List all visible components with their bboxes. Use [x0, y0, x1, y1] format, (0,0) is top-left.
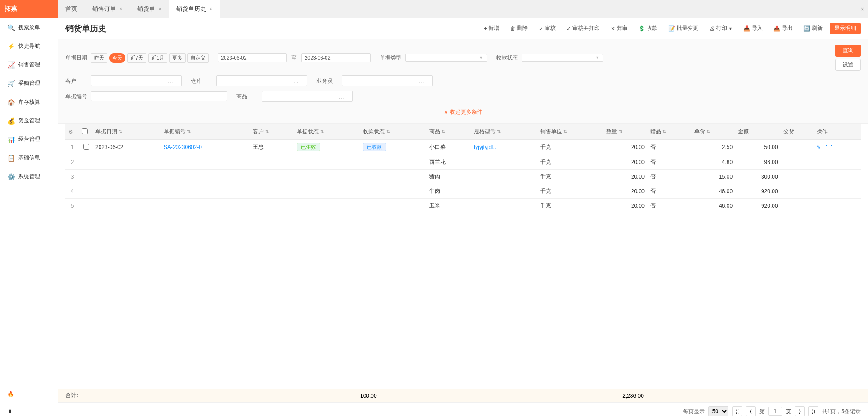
row-doc-no[interactable]: SA-20230602-0: [161, 140, 250, 155]
customer-input[interactable]: [95, 78, 168, 84]
sidebar-item-ops-mgmt[interactable]: 📊 经营管理: [0, 130, 58, 149]
sort-docstatus-icon: ⇅: [320, 129, 324, 134]
last-page-btn[interactable]: ⟩⟩: [808, 406, 818, 416]
warehouse-dots-btn[interactable]: ...: [293, 77, 299, 85]
sidebar-bottom-pause[interactable]: ⏸: [0, 403, 58, 420]
new-button[interactable]: + 新增: [480, 23, 503, 34]
sidebar-item-quick-nav[interactable]: ⚡ 快捷导航: [0, 37, 58, 55]
customer-dots-btn[interactable]: ...: [168, 77, 173, 85]
row-checkbox[interactable]: [83, 144, 89, 150]
next-page-btn[interactable]: ⟩: [795, 406, 805, 416]
salesperson-dots-btn[interactable]: ...: [419, 77, 424, 85]
row-doc-status: [294, 199, 361, 213]
col-gear[interactable]: ⚙: [65, 124, 79, 140]
table-row: 2西兰花千克20.00否4.8096.00: [65, 155, 861, 170]
col-doc-no-label: 单据编号: [164, 128, 186, 135]
col-date[interactable]: 单据日期 ⇅: [93, 124, 161, 140]
row-qty: 20.00: [603, 140, 647, 155]
tab-sales-history-close[interactable]: ×: [210, 6, 212, 11]
set-button[interactable]: 设置: [835, 59, 861, 71]
row-doc-no[interactable]: [161, 155, 250, 170]
row-amount: 96.00: [735, 155, 780, 170]
row-checkbox-cell: [79, 184, 93, 199]
row-doc-no[interactable]: [161, 184, 250, 199]
col-customer-label: 客户: [253, 128, 264, 135]
tab-sales-history[interactable]: 销货单历史 ×: [169, 0, 220, 19]
batch-change-button[interactable]: 📝 批量变更: [665, 23, 702, 34]
first-page-btn[interactable]: ⟨⟨: [732, 406, 742, 416]
export-button[interactable]: 📤 导出: [770, 23, 796, 34]
row-goods: 猪肉: [426, 170, 471, 184]
sort-paymentstatus-icon: ⇅: [386, 129, 390, 134]
tab-sales-order[interactable]: 销售订单 ×: [85, 0, 130, 18]
shortcut-1month[interactable]: 近1月: [148, 53, 167, 63]
col-unit[interactable]: 销售单位 ⇅: [537, 124, 604, 140]
goods-input[interactable]: [266, 93, 339, 100]
sidebar-bottom-fire[interactable]: 🔥: [0, 385, 58, 403]
shortcut-7days[interactable]: 近7天: [127, 53, 146, 63]
col-qty-label: 数量: [606, 128, 617, 135]
col-payment-status[interactable]: 收款状态 ⇅: [360, 124, 426, 140]
date-filter-label: 单据日期: [65, 54, 88, 62]
sidebar-item-inventory[interactable]: 🏠 库存核算: [0, 93, 58, 111]
window-close-btn[interactable]: ×: [861, 5, 864, 13]
shortcut-more[interactable]: 更多: [169, 53, 186, 63]
doc-type-label: 单据类型: [380, 54, 402, 62]
col-spec[interactable]: 规格型号 ⇅: [471, 124, 537, 140]
edit-action-btn[interactable]: ✎: [817, 145, 821, 150]
audit-print-button[interactable]: ✓ 审核并打印: [563, 23, 603, 34]
table-body: 12023-06-02SA-20230602-0王总已生效已收款小白菜tyjyj…: [65, 140, 861, 213]
query-button[interactable]: 查询: [835, 45, 861, 57]
col-doc-no[interactable]: 单据编号 ⇅: [161, 124, 250, 140]
col-price[interactable]: 单价 ⇅: [692, 124, 736, 140]
goods-dots-btn[interactable]: ...: [339, 93, 344, 100]
col-doc-status[interactable]: 单据状态 ⇅: [294, 124, 361, 140]
date-from-input[interactable]: [218, 53, 287, 62]
tab-sales-order-close[interactable]: ×: [120, 6, 122, 11]
print-button[interactable]: 🖨 打印 ▼: [706, 23, 736, 34]
sidebar-item-search-menu[interactable]: 🔍 搜索菜单: [0, 18, 58, 37]
prev-page-btn[interactable]: ⟨: [746, 406, 756, 416]
col-gift[interactable]: 赠品 ⇅: [647, 124, 692, 140]
import-button[interactable]: 📥 导入: [740, 23, 766, 34]
row-doc-no[interactable]: [161, 170, 250, 184]
audit-button[interactable]: ✓ 审核: [535, 23, 559, 34]
delete-button[interactable]: 🗑 删除: [507, 23, 532, 34]
receive-button[interactable]: 💲 收款: [635, 23, 661, 34]
row-goods: 牛肉: [426, 184, 471, 199]
doc-type-select[interactable]: ▼: [405, 54, 487, 62]
more-conditions-toggle[interactable]: ∧ 收起更多条件: [65, 106, 861, 118]
sidebar-item-purchase-mgmt[interactable]: 🛒 采购管理: [0, 74, 58, 93]
sidebar-item-base-info[interactable]: 📋 基础信息: [0, 149, 58, 167]
shortcut-today[interactable]: 今天: [109, 53, 125, 63]
abandon-button[interactable]: ✕ 弃审: [607, 23, 631, 34]
filter-salesperson: 业务员 ...: [316, 75, 433, 86]
warehouse-input[interactable]: [221, 78, 293, 84]
refresh-button[interactable]: 🔄 刷新: [800, 23, 826, 34]
per-page-select[interactable]: 50: [708, 406, 728, 416]
row-doc-no[interactable]: [161, 199, 250, 213]
more-action-btn[interactable]: ⋮⋮: [824, 145, 834, 150]
select-all-checkbox[interactable]: [82, 128, 88, 134]
refresh-label: 刷新: [812, 25, 823, 32]
tab-sales-goods[interactable]: 销货单 ×: [130, 0, 169, 18]
sidebar-item-finance-mgmt[interactable]: 💰 资金管理: [0, 111, 58, 130]
payment-status-select[interactable]: ▼: [522, 54, 603, 62]
sidebar-item-sys-mgmt[interactable]: ⚙️ 系统管理: [0, 167, 58, 186]
filter-doc-type: 单据类型 ▼: [380, 54, 487, 62]
audit-icon: ✓: [539, 25, 543, 32]
export-icon: 📤: [773, 25, 780, 32]
tab-home[interactable]: 首页: [58, 0, 85, 18]
show-detail-button[interactable]: 显示明细: [830, 23, 861, 34]
shortcut-custom[interactable]: 自定义: [187, 53, 209, 63]
sidebar-item-sales-mgmt[interactable]: 📈 销售管理: [0, 55, 58, 74]
col-qty[interactable]: 数量 ⇅: [603, 124, 647, 140]
page-input[interactable]: [768, 407, 782, 416]
shortcut-yesterday[interactable]: 昨天: [91, 53, 107, 63]
col-goods[interactable]: 商品 ⇅: [426, 124, 471, 140]
date-to-input[interactable]: [301, 53, 371, 62]
salesperson-input[interactable]: [346, 78, 419, 84]
doc-no-input[interactable]: [91, 91, 227, 101]
tab-sales-goods-close[interactable]: ×: [159, 6, 161, 11]
col-customer[interactable]: 客户 ⇅: [250, 124, 294, 140]
